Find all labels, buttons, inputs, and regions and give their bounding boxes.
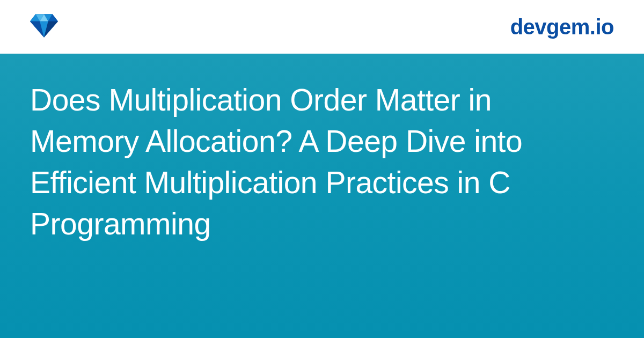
logo — [30, 14, 58, 40]
header: devgem.io — [0, 0, 644, 54]
brand-name: devgem.io — [510, 15, 614, 39]
hero: Does Multiplication Order Matter in Memo… — [0, 54, 644, 338]
article-title: Does Multiplication Order Matter in Memo… — [30, 79, 545, 245]
gem-icon — [30, 14, 58, 40]
